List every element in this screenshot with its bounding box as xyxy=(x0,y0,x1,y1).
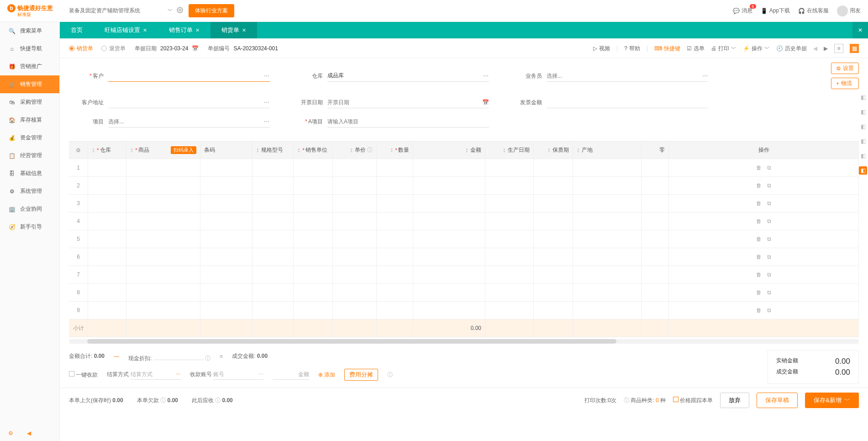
col-product[interactable]: ▲▼*商品扫码录入 xyxy=(126,142,200,159)
delete-row-icon[interactable]: 🗑 xyxy=(756,236,762,242)
grid-row[interactable]: 1 🗑⧉ xyxy=(69,159,859,177)
salesman-input[interactable] xyxy=(547,73,702,79)
invoice-date-input[interactable] xyxy=(327,99,482,106)
sidebar-item-shortcut[interactable]: ⌂快捷导航 xyxy=(0,40,59,58)
grid-row[interactable]: 2 🗑⧉ xyxy=(69,177,859,195)
col-origin[interactable]: ▲▼产地 xyxy=(573,142,642,159)
delete-row-icon[interactable]: 🗑 xyxy=(756,271,762,278)
radio-return[interactable]: 退货单 xyxy=(101,45,126,53)
delete-row-icon[interactable]: 🗑 xyxy=(756,307,762,313)
horizontal-scrollbar[interactable] xyxy=(69,339,859,344)
print-dropdown[interactable]: 🖨打印﹀ xyxy=(711,45,736,53)
grid-row[interactable]: 8 🗑⧉ xyxy=(69,284,859,302)
a-project-input[interactable] xyxy=(327,118,489,125)
recv-account-input[interactable]: 账号⋯ xyxy=(213,370,263,380)
grid-row[interactable]: 5 🗑⧉ xyxy=(69,230,859,248)
calendar-icon[interactable]: 📅 xyxy=(192,45,199,52)
copy-row-icon[interactable]: ⧉ xyxy=(767,307,771,313)
shortcut-link[interactable]: ⌨快捷键 xyxy=(654,45,680,53)
col-barcode[interactable]: 条码 xyxy=(200,142,253,159)
col-gear[interactable]: ⚙ xyxy=(69,142,88,159)
add-payment-link[interactable]: ⊕添加 xyxy=(318,371,335,379)
delete-row-icon[interactable]: 🗑 xyxy=(756,254,762,260)
close-icon[interactable]: ✕ xyxy=(242,27,246,33)
grid-row[interactable]: 7 🗑⧉ xyxy=(69,266,859,284)
operate-dropdown[interactable]: ⚡操作﹀ xyxy=(743,45,770,53)
prev-page-icon[interactable]: ◀ xyxy=(813,45,817,52)
logistics-button[interactable]: +物流 xyxy=(831,78,859,89)
strip-icon-2[interactable]: ◧ xyxy=(859,108,867,116)
sidebar-item-business[interactable]: 📋经营管理 xyxy=(0,147,59,165)
col-prod-date[interactable]: ▲▼生产日期 xyxy=(485,142,534,159)
amount-input[interactable]: 金额 xyxy=(273,370,309,380)
delete-row-icon[interactable]: 🗑 xyxy=(756,182,762,189)
price-track-checkbox[interactable]: 价格跟踪本单 xyxy=(673,397,713,404)
delete-row-icon[interactable]: 🗑 xyxy=(756,165,762,171)
col-extra[interactable]: 零 xyxy=(642,142,669,159)
invoice-amount-input[interactable] xyxy=(547,99,708,106)
close-all-tabs-button[interactable]: ✕ xyxy=(852,22,868,38)
copy-row-icon[interactable]: ⧉ xyxy=(767,200,771,207)
strip-icon-1[interactable]: ◧ xyxy=(859,93,867,101)
system-dropdown[interactable]: 装备及固定资产辅助管理系统 ﹀ xyxy=(69,7,173,15)
sidebar-item-cooperate[interactable]: 🏢企业协同 xyxy=(0,200,59,218)
lookup-icon[interactable]: ⋯ xyxy=(264,73,270,79)
strip-icon-6[interactable]: ◧ xyxy=(859,166,867,175)
app-download-button[interactable]: 📱 App下载 xyxy=(761,7,790,15)
history-link[interactable]: 🕘历史单据 xyxy=(776,45,807,53)
strip-icon-5[interactable]: ◧ xyxy=(859,152,867,160)
save-new-button[interactable]: 保存&新增﹀ xyxy=(805,393,859,408)
sidebar-item-search[interactable]: 🔍搜索菜单 xyxy=(0,22,59,40)
sidebar-item-sales[interactable]: 🛒销售管理 xyxy=(0,75,59,93)
delete-row-icon[interactable]: 🗑 xyxy=(756,218,762,224)
project-input[interactable] xyxy=(108,118,264,125)
message-button[interactable]: 💬 消息 6 xyxy=(733,7,752,15)
info-icon[interactable]: ⓘ xyxy=(215,397,221,404)
lookup-icon[interactable]: ⋯ xyxy=(483,73,489,79)
cash-discount-input[interactable] xyxy=(153,350,204,360)
col-amount[interactable]: ▲▼金额 xyxy=(413,142,485,159)
grid-row[interactable]: 6 🗑⧉ xyxy=(69,248,859,266)
col-warehouse[interactable]: ▲▼*仓库 xyxy=(88,142,126,159)
strip-icon-4[interactable]: ◧ xyxy=(859,137,867,145)
tab-home[interactable]: 首页 xyxy=(60,22,94,38)
customer-address-input[interactable] xyxy=(108,99,264,106)
col-unit[interactable]: ▲▼*销售单位 xyxy=(294,142,333,159)
copy-row-icon[interactable]: ⧉ xyxy=(767,254,771,260)
copy-row-icon[interactable]: ⧉ xyxy=(767,165,771,171)
delete-row-icon[interactable]: 🗑 xyxy=(756,289,762,296)
strip-icon-3[interactable]: ◧ xyxy=(859,122,867,131)
video-link[interactable]: ▷视频 xyxy=(593,45,610,53)
sidebar-item-system[interactable]: ⚙系统管理 xyxy=(0,182,59,200)
info-icon[interactable]: ⓘ xyxy=(367,146,373,154)
lookup-icon[interactable]: ⋯ xyxy=(702,73,708,79)
save-draft-button[interactable]: 保存草稿 xyxy=(757,393,798,408)
close-icon[interactable]: ✕ xyxy=(143,27,147,33)
sidebar-item-finance[interactable]: 💰资金管理 xyxy=(0,129,59,147)
tab-sales-order[interactable]: 销售订单✕ xyxy=(158,22,210,38)
tab-shop-settings[interactable]: 旺铺店铺设置✕ xyxy=(94,22,158,38)
warehouse-input[interactable] xyxy=(327,73,483,79)
col-price[interactable]: ▲▼单价ⓘ xyxy=(333,142,377,159)
info-icon[interactable]: ⓘ xyxy=(160,397,166,404)
calendar-icon[interactable]: 📅 xyxy=(482,99,489,106)
sidebar-settings-icon[interactable]: ⚙ xyxy=(8,430,13,436)
delete-row-icon[interactable]: 🗑 xyxy=(756,200,762,207)
industry-solution-button[interactable]: 体验行业方案 xyxy=(189,4,234,17)
next-page-icon[interactable]: ▶ xyxy=(824,45,828,52)
user-menu[interactable]: 用友 xyxy=(837,5,861,16)
fee-share-button[interactable]: 费用分摊 xyxy=(344,369,378,381)
grid-view-icon[interactable]: ▦ xyxy=(850,44,859,53)
close-icon[interactable]: ✕ xyxy=(195,27,200,33)
copy-row-icon[interactable]: ⧉ xyxy=(767,218,771,224)
gear-icon[interactable] xyxy=(177,7,183,15)
sidebar-item-basicinfo[interactable]: 🗄基础信息 xyxy=(0,165,59,182)
copy-row-icon[interactable]: ⧉ xyxy=(767,271,771,278)
copy-row-icon[interactable]: ⧉ xyxy=(767,289,771,296)
settings-button[interactable]: ⚙设置 xyxy=(831,63,859,74)
copy-row-icon[interactable]: ⧉ xyxy=(767,236,771,242)
info-icon[interactable]: ⓘ xyxy=(205,355,210,361)
discard-button[interactable]: 放弃 xyxy=(720,393,749,408)
grid-row[interactable]: 4 🗑⧉ xyxy=(69,213,859,230)
col-qty[interactable]: ▲▼*数量 xyxy=(377,142,413,159)
